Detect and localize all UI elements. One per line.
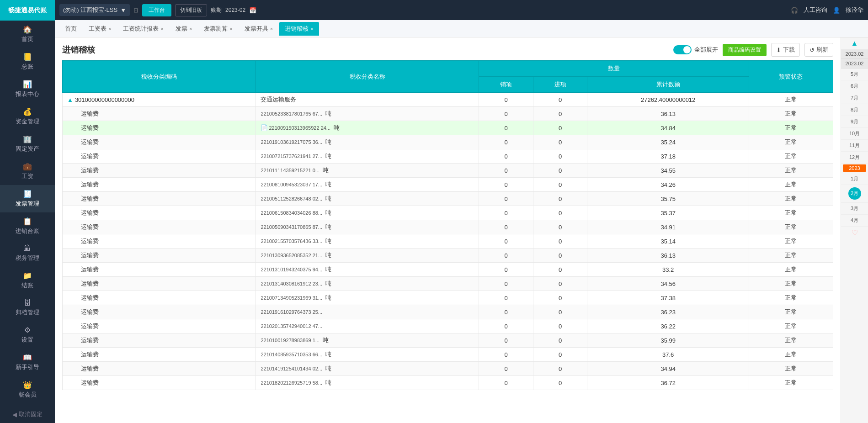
month-item[interactable]: 2月 <box>841 185 868 203</box>
page-actions: 全部展开 商品编码设置 ⬇ 下载 ↺ 刷新 <box>673 43 833 57</box>
tab-close-salary-report[interactable]: × <box>160 26 163 32</box>
table-row[interactable]: 运输费 221013101943240375 94... 吨 0 0 33.2 … <box>63 263 833 277</box>
right-panel: ▲ 2023.02 2023.02 5月6月7月8月9月10月11月12月202… <box>841 37 868 423</box>
table-row[interactable]: 运输费 221014191254101434 02... 吨 0 0 34.94… <box>63 362 833 376</box>
month-item[interactable]: 8月 <box>841 104 868 116</box>
unpin-icon: ◀ <box>12 411 17 418</box>
tab-salary-table[interactable]: 工资表 × <box>83 22 117 36</box>
table-row[interactable]: 运输费 221005233817801765 67... 吨 0 0 36.13… <box>63 107 833 121</box>
purchase-cell: 0 <box>533 178 587 192</box>
sidebar-item-ledger[interactable]: 📒 总账 <box>0 48 55 75</box>
tab-close-salary-table[interactable]: × <box>108 26 111 32</box>
unpin-button[interactable]: ◀ 取消固定 <box>0 406 55 423</box>
sales-cell: 0 <box>479 263 533 277</box>
month-item[interactable]: 1月 <box>841 173 868 185</box>
sidebar-item-guide[interactable]: 📖 新手引导 <box>0 349 55 376</box>
tab-salary-report[interactable]: 工资统计报表 × <box>117 22 169 36</box>
status-cell: 正常 <box>749 149 833 164</box>
tab-close-invoice-calc[interactable]: × <box>229 26 232 32</box>
table-row[interactable]: 运输费 221007134905231969 31... 吨 0 0 37.38… <box>63 291 833 305</box>
table-row[interactable]: 运输费 221020135742940012 47... 0 0 36.22 正… <box>63 319 833 333</box>
table-row[interactable]: 运输费 221002155703576436 33... 吨 0 0 35.14… <box>63 234 833 249</box>
table-row[interactable]: 运输费 221005090343170865 87... 吨 0 0 34.91… <box>63 220 833 234</box>
table-row[interactable]: 运输费 221019103619217075 36... 吨 0 0 35.24… <box>63 135 833 149</box>
item-code-cell: 221007215737621941 27... 吨 <box>256 149 479 164</box>
copy-icon[interactable]: ⊡ <box>133 7 138 14</box>
item-code-cell: 221014191254101434 02... 吨 <box>256 362 479 376</box>
month-item[interactable]: 9月 <box>841 116 868 128</box>
company-selector[interactable]: (勿动) 江西报宝-LSS ▼ <box>59 4 130 16</box>
sidebar-item-settings[interactable]: ⚙ 设置 <box>0 321 55 349</box>
item-code-cell: 📄221009150313965922 24... 吨 <box>256 121 479 135</box>
table-row[interactable]: 运输费 221019161029764373 25... 0 0 36.23 正… <box>63 305 833 319</box>
sidebar-item-label: 发票管理 <box>16 200 39 208</box>
heart-icon: ♡ <box>852 228 858 237</box>
tab-reconciliation[interactable]: 进销稽核 × <box>279 22 319 36</box>
year-label-1[interactable]: 2023.02 <box>841 49 868 59</box>
collapse-icon[interactable]: ▲ <box>67 96 73 103</box>
nav-up-button[interactable]: ▲ <box>841 37 868 49</box>
table-row[interactable]: 运输费 221011114359215221 0... 吨 0 0 34.55 … <box>63 164 833 178</box>
table-row[interactable]: 运输费 221014085935710353 66... 吨 0 0 37.6 … <box>63 348 833 362</box>
product-code-settings-button[interactable]: 商品编码设置 <box>723 44 767 56</box>
tab-invoice-calc[interactable]: 发票测算 × <box>198 22 238 36</box>
tab-invoice-issue[interactable]: 发票开具 × <box>239 22 278 36</box>
download-button[interactable]: ⬇ 下载 <box>771 43 800 57</box>
tab-close-invoice-issue[interactable]: × <box>270 26 273 32</box>
table-row[interactable]: 运输费 221006150834034026 88... 吨 0 0 35.37… <box>63 206 833 220</box>
switch-version-button[interactable]: 切到旧版 <box>175 4 207 16</box>
month-item[interactable]: 5月 <box>841 69 868 80</box>
month-item[interactable]: 2023 <box>843 164 866 172</box>
table-row[interactable]: 运输费 221007215737621941 27... 吨 0 0 37.18… <box>63 149 833 164</box>
sidebar-item-invoice[interactable]: 🧾 发票管理 <box>0 185 55 212</box>
item-code-cell: 221010019278983869 1... 吨 <box>256 333 479 348</box>
purchase-cell: 0 <box>533 249 587 263</box>
expand-toggle[interactable] <box>673 45 692 54</box>
sidebar-item-home[interactable]: 🏠 首页 <box>0 21 55 48</box>
sidebar-item-salary[interactable]: 💼 工资 <box>0 158 55 185</box>
sidebar-item-purchase-sales[interactable]: 📋 进销台账 <box>0 212 55 240</box>
month-item[interactable]: 6月 <box>841 80 868 92</box>
purchase-cell: 0 <box>533 149 587 164</box>
unit-tag: 吨 <box>325 181 331 188</box>
table-container: 税收分类编码 税收分类名称 数量 预警状态 销项 进项 累计数额 ▲30 <box>55 60 841 423</box>
sidebar-item-funds[interactable]: 💰 资金管理 <box>0 103 55 130</box>
table-row[interactable]: 运输费 221013140308161912 23... 吨 0 0 34.56… <box>63 277 833 291</box>
col-cumulative: 累计数额 <box>587 77 749 93</box>
table-row[interactable]: ▲301000000000000000 交通运输服务 0 0 27262.400… <box>63 93 833 107</box>
expand-toggle-wrap[interactable]: 全部展开 <box>673 45 718 54</box>
sidebar-item-assets[interactable]: 🏢 固定资产 <box>0 130 55 158</box>
table-row[interactable]: 运输费 221008100945323037 17... 吨 0 0 34.26… <box>63 178 833 192</box>
tab-close-invoice[interactable]: × <box>189 26 192 32</box>
tab-home[interactable]: 首页 <box>59 22 82 36</box>
month-item[interactable]: 11月 <box>841 140 868 152</box>
unit-tag: 吨 <box>325 209 331 216</box>
sidebar-item-membership[interactable]: 👑 畅会员 <box>0 376 55 403</box>
table-row[interactable]: 运输费 221010019278983869 1... 吨 0 0 35.99 … <box>63 333 833 348</box>
table-row[interactable]: 运输费 221005112528266748 02... 吨 0 0 35.75… <box>63 192 833 206</box>
tab-invoice[interactable]: 发票 × <box>170 22 197 36</box>
table-row[interactable]: 运输费 📄221009150313965922 24... 吨 0 0 34.8… <box>63 121 833 135</box>
table-row[interactable]: 运输费 221018202126925719 58... 吨 0 0 36.72… <box>63 376 833 390</box>
tab-close-reconciliation[interactable]: × <box>310 26 313 32</box>
status-cell: 正常 <box>749 192 833 206</box>
month-item[interactable]: 4月 <box>841 215 868 227</box>
sidebar-item-reports[interactable]: 📊 报表中心 <box>0 75 55 103</box>
unit-tag: 吨 <box>325 238 331 244</box>
user-name[interactable]: 徐泾华 <box>846 6 863 14</box>
month-item[interactable]: 3月 <box>841 203 868 215</box>
calendar-icon[interactable]: 📅 <box>249 7 256 14</box>
month-item[interactable]: 7月 <box>841 92 868 104</box>
sidebar-item-tax[interactable]: 🏛 税务管理 <box>0 240 55 267</box>
user-service-label[interactable]: 人工咨询 <box>804 6 827 14</box>
year-label-2[interactable]: 2023.02 <box>841 59 868 69</box>
refresh-button[interactable]: ↺ 刷新 <box>804 43 833 57</box>
workspace-button[interactable]: 工作台 <box>142 4 171 16</box>
salary-icon: 💼 <box>23 162 32 171</box>
table-row[interactable]: 运输费 221013093652085352 21... 吨 0 0 36.13… <box>63 249 833 263</box>
month-item[interactable]: 12月 <box>841 152 868 164</box>
sidebar-item-label: 报表中心 <box>16 90 39 98</box>
month-item[interactable]: 10月 <box>841 128 868 140</box>
sidebar-item-archive[interactable]: 🗄 归档管理 <box>0 294 55 321</box>
sidebar-item-closing[interactable]: 📁 结账 <box>0 267 55 294</box>
